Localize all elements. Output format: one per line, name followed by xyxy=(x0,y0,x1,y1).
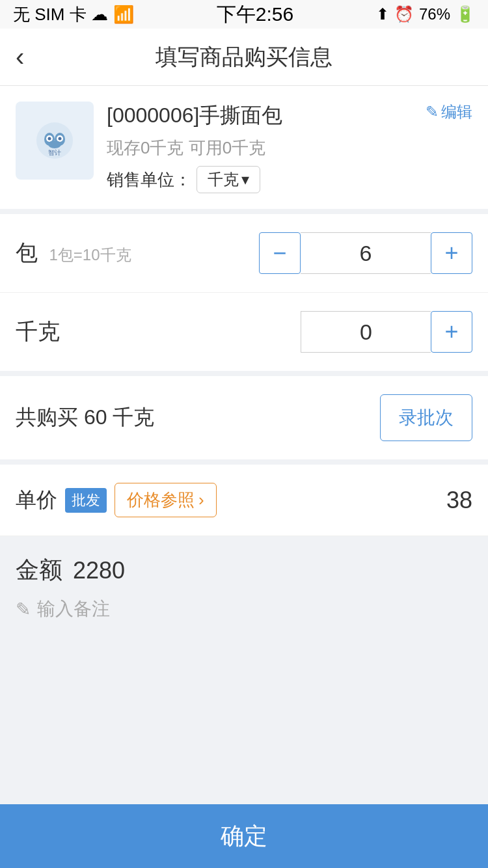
price-label: 单价 批发 价格参照 › xyxy=(16,483,217,517)
unit-select[interactable]: 千克 ▾ xyxy=(197,166,260,193)
product-name: [0000006]手撕面包 xyxy=(107,102,282,130)
status-left: 无 SIM 卡 ☁ 📶 xyxy=(13,3,134,26)
kg-label: 千克 xyxy=(16,317,81,347)
page-title: 填写商品购买信息 xyxy=(156,42,332,72)
record-batch-button[interactable]: 录批次 xyxy=(380,394,472,441)
product-info: [0000006]手撕面包 ✎ 编辑 现存0千克 可用0千克 销售单位： 千克 … xyxy=(107,102,472,193)
empty-area xyxy=(0,632,488,827)
bao-controls: − + xyxy=(131,232,472,274)
price-section: 单价 批发 价格参照 › 38 xyxy=(0,465,488,536)
wifi-icon: 📶 xyxy=(113,5,134,25)
note-placeholder: 输入备注 xyxy=(37,597,110,621)
battery-level: 76% xyxy=(419,5,450,23)
price-tag: 批发 xyxy=(65,488,107,513)
chevron-right-icon: › xyxy=(198,490,204,510)
price-reference-button[interactable]: 价格参照 › xyxy=(115,483,217,517)
product-image: 智计 xyxy=(16,102,94,180)
status-bar: 无 SIM 卡 ☁ 📶 下午2:56 ⬆ ⏰ 76% 🔋 xyxy=(0,0,488,29)
svg-text:智计: 智计 xyxy=(48,149,61,156)
bao-sub: 1包=10千克 xyxy=(49,246,131,264)
status-right: ⬆ ⏰ 76% 🔋 xyxy=(376,5,475,23)
svg-point-7 xyxy=(48,141,61,148)
bao-label: 包 1包=10千克 xyxy=(16,238,131,268)
note-row[interactable]: ✎ 输入备注 xyxy=(16,597,472,621)
nav-bar: ‹ 填写商品购买信息 xyxy=(0,29,488,86)
bao-input[interactable] xyxy=(301,232,431,274)
edit-icon: ✎ xyxy=(426,103,439,121)
bao-decrement-button[interactable]: − xyxy=(259,232,301,274)
edit-label: 编辑 xyxy=(441,102,472,122)
back-button[interactable]: ‹ xyxy=(16,42,24,72)
total-row: 共购买 60 千克 录批次 xyxy=(0,376,488,465)
kg-row: 千克 + xyxy=(0,293,488,371)
amount-section: 金额 2280 ✎ 输入备注 xyxy=(0,536,488,632)
bao-increment-button[interactable]: + xyxy=(431,232,472,274)
status-time: 下午2:56 xyxy=(217,1,293,28)
amount-label: 金额 xyxy=(16,554,62,586)
form-section: 包 1包=10千克 − + 千克 + xyxy=(0,214,488,376)
svg-point-5 xyxy=(48,137,51,141)
product-unit: 销售单位： 千克 ▾ xyxy=(107,166,472,193)
product-stock: 现存0千克 可用0千克 xyxy=(107,137,472,159)
battery-icon: 🔋 xyxy=(455,5,475,23)
total-text: 共购买 60 千克 xyxy=(16,403,154,432)
bao-row: 包 1包=10千克 − + xyxy=(0,214,488,293)
kg-increment-button[interactable]: + xyxy=(431,311,472,353)
location-icon: ⬆ xyxy=(376,5,389,23)
product-card: 智计 [0000006]手撕面包 ✎ 编辑 现存0千克 可用0千克 销售单位： … xyxy=(0,86,488,214)
unit-label: 销售单位： xyxy=(107,169,191,191)
confirm-button[interactable]: 确定 xyxy=(0,804,488,868)
edit-button[interactable]: ✎ 编辑 xyxy=(426,102,472,122)
price-value: 38 xyxy=(446,487,472,514)
dropdown-icon: ▾ xyxy=(241,170,249,189)
amount-value: 2280 xyxy=(73,557,125,584)
sim-status: 无 SIM 卡 ☁ xyxy=(13,3,108,26)
pencil-icon: ✎ xyxy=(16,599,31,620)
amount-row: 金额 2280 xyxy=(16,554,472,586)
alarm-icon: ⏰ xyxy=(394,5,414,23)
svg-point-6 xyxy=(59,137,62,141)
kg-controls: + xyxy=(81,311,472,353)
kg-input[interactable] xyxy=(301,311,431,353)
